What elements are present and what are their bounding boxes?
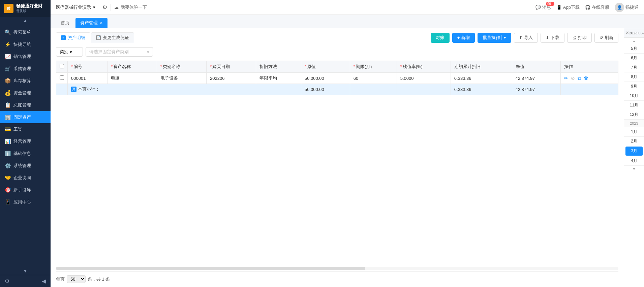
th-code: *编号 (68, 61, 108, 73)
category-label: 类别 (60, 49, 68, 55)
sidebar-item-label: 新手引导 (13, 187, 31, 193)
download-btn[interactable]: ⬇ 下载 (541, 33, 564, 43)
messages-btn[interactable]: 💬 消息 99+ (535, 4, 551, 10)
user-label: 畅捷通 (625, 4, 639, 10)
sidebar-scroll-up[interactable]: ▲ (0, 18, 51, 24)
new-btn[interactable]: + 新增 (452, 33, 475, 43)
year-2023-label: 2023 (624, 120, 644, 127)
app-name: 畅捷通好业财 (16, 3, 42, 9)
ledger-icon: 📋 (5, 102, 11, 108)
sales-icon: 📈 (5, 54, 11, 60)
th-category: *类别名称 (157, 61, 207, 73)
sidebar-item-system[interactable]: ⚙️ 系统管理 (0, 160, 51, 172)
copy-icon[interactable]: ⧉ (578, 75, 581, 81)
pagination: 每页 50 100 200 条，共 1 条 (56, 272, 618, 283)
sidebar-item-search[interactable]: 🔍 搜索菜单 (0, 26, 51, 38)
service-btn[interactable]: 🎧 在线客服 (585, 4, 609, 10)
sidebar-footer: ⚙ ◀ (0, 275, 51, 287)
subtotal-label: 本页小计： (78, 86, 100, 92)
edit-icon[interactable]: ✏ (564, 75, 568, 81)
category-input[interactable]: 请选择固定资产类别 ▾ (86, 47, 153, 57)
month-7[interactable]: 7月 (624, 63, 644, 72)
sidebar-item-app-center[interactable]: 📱 应用中心 (0, 196, 51, 208)
app-download-btn[interactable]: 📱 App下载 (556, 4, 580, 10)
sidebar-item-purchase[interactable]: 🛒 采购管理 (0, 63, 51, 75)
voucher-tab-icon: 📄 (96, 35, 101, 40)
tab-asset-management[interactable]: 资产管理 ✕ (75, 18, 108, 28)
refresh-btn[interactable]: ↺ 刷新 (594, 33, 618, 43)
sidebar-item-ledger[interactable]: 📋 总账管理 (0, 99, 51, 111)
batch-ops-label: 批量操作 (483, 35, 500, 41)
topbar-settings-icon[interactable]: ⚙ (102, 4, 107, 10)
month-1[interactable]: 1月 (624, 127, 644, 137)
row-checkbox[interactable] (60, 75, 64, 80)
settings-footer-icon[interactable]: ⚙ (5, 278, 9, 284)
disable-icon[interactable]: ⊘ (571, 75, 575, 81)
topbar-right: 💬 消息 99+ 📱 App下载 🎧 在线客服 👤 畅捷通 (535, 3, 639, 12)
sub-tabs: ≡ 资产明细 📄 变更生成凭证 对账 + 新增 批量操作 ▾ (56, 32, 618, 43)
sub-tab-asset-detail[interactable]: ≡ 资产明细 (56, 32, 90, 43)
month-4[interactable]: 4月 (624, 156, 644, 166)
sidebar-item-label: 资金管理 (13, 90, 31, 96)
print-icon: 🖨 (572, 35, 577, 40)
download-label2: 下载 (551, 35, 559, 41)
ledger-btn[interactable]: 对账 (431, 33, 450, 43)
th-original-value: *原值 (301, 61, 350, 73)
collapse-sidebar-icon[interactable]: ◀ (42, 278, 46, 284)
cell-residual-rate: 5.0000 (397, 73, 451, 84)
month-10[interactable]: 10月 (624, 91, 644, 101)
month-6[interactable]: 6月 (624, 54, 644, 63)
per-page-select[interactable]: 50 100 200 (67, 275, 86, 283)
company-selector[interactable]: 医疗器械行业演示 ▾ (56, 4, 95, 10)
sidebar-item-cooperation[interactable]: 🤝 企业协同 (0, 172, 51, 184)
refresh-icon: ↺ (600, 35, 603, 40)
main-area: 医疗器械行业演示 ▾ ⚙ ☁ 我要体验一下 💬 消息 99+ 📱 App下载 🎧… (51, 0, 644, 287)
sidebar-scroll-down[interactable]: ▼ (0, 268, 51, 274)
refresh-label: 刷新 (605, 35, 613, 41)
sidebar-item-management[interactable]: 📊 经营管理 (0, 135, 51, 148)
tabs-bar: 首页 资产管理 ✕ (51, 15, 644, 28)
sub-tab-voucher[interactable]: 📄 变更生成凭证 (91, 32, 134, 43)
month-2[interactable]: 2月 (624, 137, 644, 146)
topbar: 医疗器械行业演示 ▾ ⚙ ☁ 我要体验一下 💬 消息 99+ 📱 App下载 🎧… (51, 0, 644, 15)
sidebar-item-quicknav[interactable]: ⚡ 快捷导航 (0, 38, 51, 51)
sidebar-item-finance[interactable]: 💰 资金管理 (0, 87, 51, 99)
subtotal-icon: 页 (71, 87, 76, 92)
sidebar-item-guide[interactable]: 🎯 新手引导 (0, 184, 51, 196)
content-area: ≡ 资产明细 📄 变更生成凭证 对账 + 新增 批量操作 ▾ (51, 28, 644, 287)
per-page-label: 每页 (56, 276, 65, 282)
month-12[interactable]: 12月 (624, 110, 644, 120)
select-all-checkbox[interactable] (60, 64, 64, 68)
cloud-icon: ☁ (114, 5, 119, 10)
month-3-current[interactable]: 3月 (625, 147, 643, 156)
sidebar-item-label: 总账管理 (13, 102, 31, 108)
month-nav-down[interactable]: ▼ (631, 166, 637, 172)
import-btn[interactable]: ⬆ 导入 (514, 33, 538, 43)
sidebar-item-sales[interactable]: 📈 销售管理 (0, 51, 51, 63)
sidebar-item-salary[interactable]: 💳 工资 (0, 123, 51, 135)
download-icon2: ⬇ (546, 35, 549, 40)
system-icon: ⚙️ (5, 163, 11, 169)
sidebar-item-inventory[interactable]: 📦 库存核算 (0, 75, 51, 87)
finance-icon: 💰 (5, 90, 11, 96)
sidebar-item-fixed-assets[interactable]: 🏢 固定资产 (0, 111, 51, 123)
right-panel-close-icon[interactable]: ✕ (625, 30, 629, 35)
print-btn[interactable]: 🖨 打印 (567, 33, 592, 43)
right-panel-expand-icon[interactable]: ⤢ (643, 30, 644, 35)
sidebar-nav: 🔍 搜索菜单 ⚡ 快捷导航 📈 销售管理 🛒 采购管理 📦 库存核算 💰 (0, 24, 51, 210)
batch-ops-btn[interactable]: 批量操作 ▾ (478, 33, 511, 43)
month-5[interactable]: 5月 (624, 44, 644, 54)
horizontal-scrollbar[interactable] (56, 267, 618, 270)
delete-icon[interactable]: 🗑 (584, 75, 588, 81)
tab-home[interactable]: 首页 (56, 18, 74, 28)
category-filter-select[interactable]: 类别 ▾ (56, 47, 83, 57)
month-9[interactable]: 9月 (624, 82, 644, 91)
month-11[interactable]: 11月 (624, 101, 644, 110)
experience-btn[interactable]: ☁ 我要体验一下 (114, 4, 147, 10)
assets-table: *编号 *资产名称 *类别名称 *购买日期 折旧方法 *原值 *期限(月) *残… (56, 61, 618, 95)
user-menu[interactable]: 👤 畅捷通 (615, 3, 639, 12)
month-8[interactable]: 8月 (624, 72, 644, 82)
month-nav-up[interactable]: ▲ (631, 38, 637, 44)
tab-close-icon[interactable]: ✕ (100, 21, 103, 25)
sidebar-item-base-info[interactable]: ℹ️ 基础信息 (0, 148, 51, 160)
